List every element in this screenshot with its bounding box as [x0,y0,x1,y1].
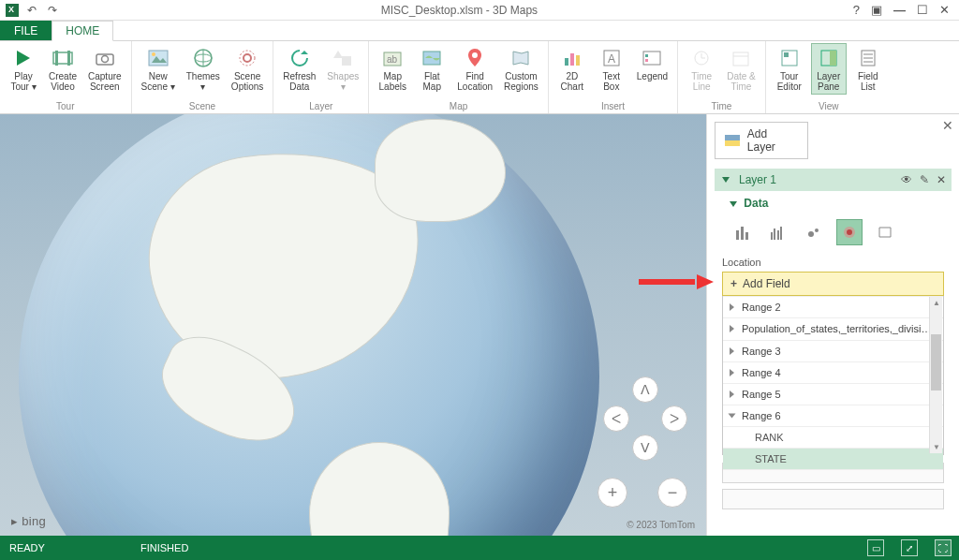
edit-icon[interactable]: ✎ [920,173,929,186]
play-icon [11,46,36,70]
svg-rect-46 [771,232,773,240]
nav-left-button[interactable]: ᐸ [603,405,629,432]
dropdown-item-range4[interactable]: Range 4 [723,362,943,384]
camera-icon [93,46,117,70]
land-south-america [309,442,450,536]
capture-screen-button[interactable]: Capture Screen [84,43,125,95]
nav-up-button[interactable]: ᐱ [632,376,658,403]
status-icon-1[interactable]: ▭ [867,539,884,556]
chart-types [715,215,952,255]
data-section-header[interactable]: Data [715,191,952,215]
dropdown-subitem-state[interactable]: STATE [723,449,943,470]
group-label-tour: Tour [56,99,74,113]
svg-rect-45 [745,232,748,240]
scrollbar-thumb[interactable] [931,334,941,391]
svg-marker-14 [301,51,308,54]
dropdown-item-range6[interactable]: Range 6 [723,405,943,427]
layer-pane-button[interactable]: Layer Pane [811,43,847,95]
tab-home[interactable]: HOME [52,21,113,41]
map-canvas[interactable]: ▸ bing © 2023 TomTom ᐱ ᐯ ᐸ ᐳ + − [0,114,706,536]
nav-pad: ᐱ ᐯ ᐸ ᐳ [603,376,687,461]
close-pane-button[interactable]: ✕ [942,118,953,133]
themes-button[interactable]: Themes ▾ [183,43,224,95]
add-field-button[interactable]: + Add Field [722,272,944,296]
svg-point-13 [240,51,255,66]
collapse-icon [722,177,730,183]
field-well-2[interactable] [722,489,944,509]
callout-arrow [639,274,714,289]
heatmap-type[interactable] [836,219,863,245]
field-list-button[interactable]: Field List [850,43,886,95]
zoom-in-button[interactable]: + [598,478,627,508]
dropdown-item-range5[interactable]: Range 5 [723,384,943,405]
quick-access-toolbar: ↶ ↷ [0,3,66,18]
ribbon-tabs: FILE HOME [0,21,959,41]
layer-header[interactable]: Layer 1 👁 ✎ ✕ [715,169,952,191]
add-layer-button[interactable]: Add Layer [715,122,808,159]
svg-rect-27 [643,52,660,65]
dropdown-subitem-rank[interactable]: RANK [723,427,943,449]
close-button[interactable]: ✕ [939,3,950,17]
region-type[interactable] [872,219,898,245]
bing-logo: ▸ bing [11,514,46,528]
zoom-controls: + − [598,478,687,508]
ribbon-group-scene: New Scene ▾ Themes ▾ Scene Options Scene [132,41,274,113]
status-icon-3[interactable]: ⛶ [935,539,952,556]
visibility-icon[interactable]: 👁 [901,173,912,186]
shapes-button[interactable]: Shapes ▾ [323,43,362,95]
svg-marker-15 [333,51,343,58]
location-section-label: Location [715,255,952,270]
text-box-button[interactable]: AText Box [594,43,629,95]
layer-pane-icon [817,46,841,70]
picture-icon [146,46,170,70]
svg-rect-36 [784,52,789,57]
stacked-column-type[interactable] [730,219,756,245]
ribbon: Play Tour ▾ Create Video Capture Screen … [0,41,959,114]
dropdown-item-range3[interactable]: Range 3 [723,341,943,362]
flat-map-icon [420,46,444,70]
new-scene-button[interactable]: New Scene ▾ [138,43,179,95]
custom-regions-button[interactable]: Custom Regions [500,43,542,95]
svg-text:A: A [608,52,615,66]
dropdown-item-range2[interactable]: Range 2 [723,296,943,318]
zoom-out-button[interactable]: − [657,478,687,508]
svg-point-5 [101,56,108,63]
status-icon-2[interactable]: ⤢ [901,539,918,556]
maximize-button[interactable]: ☐ [917,3,928,17]
clustered-column-type[interactable] [765,219,791,245]
help-button[interactable]: ? [853,3,860,17]
dropdown-scrollbar[interactable]: ▲ ▼ [929,297,942,453]
chart-icon [560,46,584,70]
ribbon-group-time: Time Line Date & Time Time [678,41,766,113]
refresh-data-button[interactable]: Refresh Data [279,43,319,95]
ribbon-toggle-button[interactable]: ▣ [871,3,882,17]
workspace: ▸ bing © 2023 TomTom ᐱ ᐯ ᐸ ᐳ + − ✕ Add L… [0,114,959,536]
delete-layer-icon[interactable]: ✕ [937,173,946,186]
svg-rect-22 [565,58,568,66]
labels-icon: ab [380,46,405,70]
play-tour-button[interactable]: Play Tour ▾ [6,43,41,95]
layer-title: Layer 1 [739,173,776,186]
map-labels-button[interactable]: abMap Labels [375,43,410,95]
dropdown-item-population[interactable]: Population_of_states,_territories,_divis… [723,318,943,341]
ribbon-group-view: Tour Editor Layer Pane Field List View [766,41,892,113]
2d-chart-button[interactable]: 2D Chart [554,43,590,95]
create-video-button[interactable]: Create Video [45,43,81,95]
tab-file[interactable]: FILE [0,21,52,40]
ribbon-group-map: abMap Labels Flat Map Find Location Cust… [369,41,549,113]
minimize-button[interactable]: — [893,3,906,17]
find-location-button[interactable]: Find Location [453,43,496,95]
tour-editor-button[interactable]: Tour Editor [772,43,807,95]
legend-button[interactable]: Legend [633,43,671,85]
nav-right-button[interactable]: ᐳ [661,405,687,432]
globe [19,114,599,536]
svg-point-53 [847,229,852,235]
bubble-type[interactable] [801,219,827,245]
datetime-icon [729,46,753,70]
scene-options-button[interactable]: Scene Options [228,43,267,95]
undo-button[interactable]: ↶ [24,3,39,18]
flat-map-button[interactable]: Flat Map [414,43,450,95]
nav-down-button[interactable]: ᐯ [632,435,658,461]
svg-marker-0 [17,51,30,66]
redo-button[interactable]: ↷ [45,3,60,18]
